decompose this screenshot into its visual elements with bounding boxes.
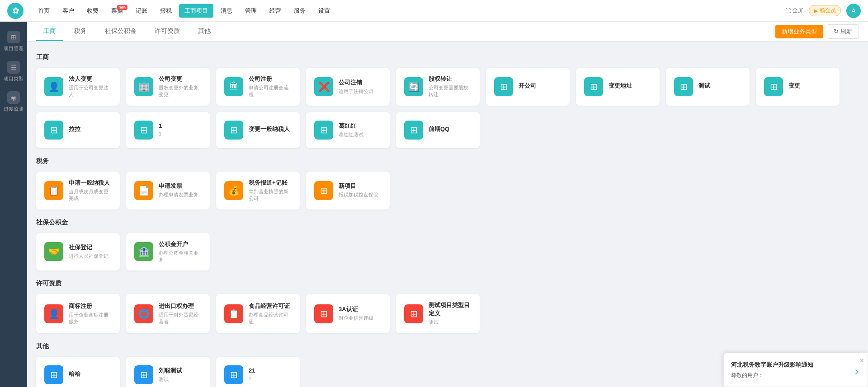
card-icon: ⊞ — [764, 77, 783, 96]
card-1[interactable]: ⊞11 — [126, 112, 210, 148]
nav-item-报税[interactable]: 报税 — [155, 4, 177, 18]
card-text: 公积金开户办理公积金相关业务 — [159, 240, 202, 264]
nav-item-工商项目[interactable]: 工商项目 — [179, 4, 213, 18]
sidebar-item-进度监测[interactable]: ◉进度监测 — [0, 87, 27, 117]
card-食品经营许可证[interactable]: 📋食品经营许可证办理食品经营许可证 — [216, 294, 300, 333]
tab-工商[interactable]: 工商 — [36, 22, 63, 41]
card-拉拉[interactable]: ⊞拉拉 — [36, 112, 120, 148]
card-葛红红[interactable]: ⊞葛红红葛红红测试 — [306, 112, 390, 148]
card-icon: 📋 — [224, 304, 243, 323]
card-开公司[interactable]: ⊞开公司 — [486, 68, 570, 106]
nav-item-票据[interactable]: 票据new — [106, 4, 128, 18]
tab-actions: 新增业务类型 ↻ 刷新 — [775, 24, 859, 39]
card-icon: 🏦 — [134, 242, 153, 261]
card-title: 刘聪测试 — [159, 367, 182, 375]
nav-items: 首页客户收费票据new记账报税工商项目消息管理经营服务设置 — [33, 4, 785, 18]
card-text: 哈哈 — [69, 370, 80, 379]
card-公积金开户[interactable]: 🏦公积金开户办理公积金相关业务 — [126, 233, 210, 271]
nav-item-收费[interactable]: 收费 — [81, 4, 104, 18]
card-text: 申请一般纳税人当月或次月成变更完成 — [69, 179, 112, 202]
card-测试[interactable]: ⊞测试 — [666, 68, 750, 106]
member-button[interactable]: ▶ 畅会员 — [809, 5, 841, 16]
tab-其他[interactable]: 其他 — [191, 22, 218, 41]
card-text: 申请发票办理申请发票业务 — [159, 182, 198, 198]
add-type-button[interactable]: 新增业务类型 — [775, 25, 823, 38]
card-icon: ⊞ — [134, 121, 153, 140]
sidebar-label: 项目管理 — [4, 45, 24, 52]
card-desc: 1 — [159, 131, 162, 137]
nav-item-客户[interactable]: 客户 — [57, 4, 80, 18]
section-title: 税务 — [36, 157, 859, 165]
card-text: 公司注销适用于注销公司 — [339, 79, 373, 95]
card-icon: ⊞ — [44, 121, 63, 140]
card-icon: 🔄 — [404, 77, 423, 96]
card-title: 商标注册 — [69, 302, 112, 310]
card-公司注册[interactable]: 🏛公司注册申请公司注册全流程 — [216, 68, 300, 106]
card-21[interactable]: ⊞211 — [216, 357, 300, 387]
sidebar-label: 项目类型 — [4, 75, 24, 82]
cards-grid: 📋申请一般纳税人当月或次月成变更完成📄申请发票办理申请发票业务💰税务报道+记账拿… — [36, 172, 859, 210]
card-title: 哈哈 — [69, 370, 80, 378]
card-text: 开公司 — [519, 82, 536, 91]
card-新项目[interactable]: ⊞新项目报税加税控盘保管 — [306, 172, 390, 210]
card-text: 前期QQ — [429, 125, 449, 135]
card-测试项目类型目定义[interactable]: ⊞测试项目类型目定义测试 — [396, 294, 480, 333]
card-变更地址[interactable]: ⊞变更地址 — [576, 68, 660, 106]
section-title: 其他 — [36, 342, 859, 350]
card-title: 3A认证 — [339, 305, 373, 313]
card-公司注销[interactable]: ❌公司注销适用于注销公司 — [306, 68, 390, 106]
card-哈哈[interactable]: ⊞哈哈 — [36, 357, 120, 387]
card-申请一般纳税人[interactable]: 📋申请一般纳税人当月或次月成变更完成 — [36, 172, 120, 210]
card-商标注册[interactable]: 👤商标注册用于企业商标注册服务 — [36, 294, 120, 333]
card-公司变更[interactable]: 🏢公司变更股权变更外的业务变更 — [126, 68, 210, 106]
nav-item-经营[interactable]: 经营 — [264, 4, 287, 18]
card-税务报道+记账[interactable]: 💰税务报道+记账拿到营业执照的新公司 — [216, 172, 300, 210]
card-icon: ⊞ — [404, 304, 423, 323]
card-前期QQ[interactable]: ⊞前期QQ — [396, 112, 480, 148]
tab-许可资质[interactable]: 许可资质 — [147, 22, 187, 41]
card-刘聪测试[interactable]: ⊞刘聪测试测试 — [126, 357, 210, 387]
card-社保登记[interactable]: 🤝社保登记进行人员社保登记 — [36, 233, 120, 271]
card-icon: 🌐 — [134, 304, 153, 323]
nav-item-记账[interactable]: 记账 — [130, 4, 153, 18]
nav-item-消息[interactable]: 消息 — [215, 4, 238, 18]
card-text: 刘聪测试测试 — [159, 367, 182, 383]
card-title: 法人变更 — [69, 75, 112, 83]
sidebar: ⊞项目管理☰项目类型◉进度监测 — [0, 22, 27, 387]
nav-item-管理[interactable]: 管理 — [240, 4, 262, 18]
card-desc: 1 — [249, 375, 255, 382]
sidebar-icon: ◉ — [7, 91, 20, 104]
card-title: 社保登记 — [69, 243, 108, 252]
fullscreen-button[interactable]: ⛶ 全屏 — [785, 7, 803, 14]
card-3A认证[interactable]: ⊞3A认证对企业信誉评级 — [306, 294, 390, 333]
card-desc: 当月或次月成变更完成 — [69, 188, 112, 202]
nav-item-首页[interactable]: 首页 — [33, 4, 55, 18]
sidebar-item-项目类型[interactable]: ☰项目类型 — [0, 56, 27, 87]
avatar[interactable]: A — [846, 4, 861, 18]
card-title: 前期QQ — [429, 125, 449, 133]
sidebar-item-项目管理[interactable]: ⊞项目管理 — [0, 26, 27, 56]
card-title: 变更一般纳税人 — [249, 125, 290, 133]
card-股权转让[interactable]: 🔄股权转让公司变更需要股权转让 — [396, 68, 480, 106]
card-title: 股权转让 — [429, 75, 472, 83]
notification-popup: × 河北税务数字账户升级影响通知 尊敬的用户： › — [723, 353, 868, 387]
card-text: 新项目报税加税控盘保管 — [339, 182, 378, 198]
new-badge: new — [117, 5, 127, 10]
card-变更[interactable]: ⊞变更 — [756, 68, 840, 106]
card-desc: 办理申请发票业务 — [159, 191, 198, 198]
tab-社保公积金[interactable]: 社保公积金 — [98, 22, 144, 41]
card-title: 变更 — [788, 82, 800, 90]
card-text: 拉拉 — [69, 125, 80, 135]
tab-税务[interactable]: 税务 — [67, 22, 94, 41]
nav-item-服务[interactable]: 服务 — [288, 4, 311, 18]
card-title: 开公司 — [519, 82, 536, 90]
nav-item-设置[interactable]: 设置 — [313, 4, 335, 18]
close-icon[interactable]: × — [860, 357, 864, 365]
refresh-button[interactable]: ↻ 刷新 — [827, 24, 859, 39]
refresh-icon: ↻ — [834, 28, 839, 35]
card-title: 1 — [159, 122, 162, 129]
card-申请发票[interactable]: 📄申请发票办理申请发票业务 — [126, 172, 210, 210]
card-进出口权办理[interactable]: 🌐进出口权办理适用于对外贸易经营者 — [126, 294, 210, 333]
card-法人变更[interactable]: 👤法人变更适用于公司变更法人 — [36, 68, 120, 106]
card-变更一般纳税人[interactable]: ⊞变更一般纳税人 — [216, 112, 300, 148]
